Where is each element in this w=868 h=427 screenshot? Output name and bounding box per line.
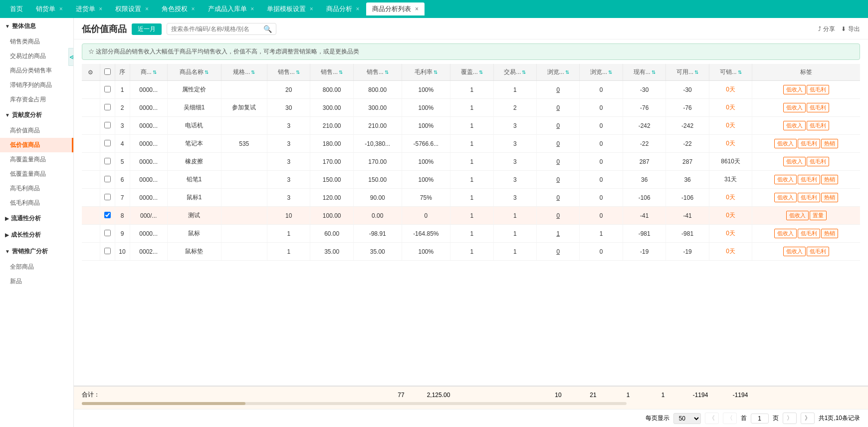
close-analysis-icon[interactable]: × <box>356 5 359 12</box>
sidebar-item-sales-goods[interactable]: 销售类商品 <box>0 34 73 49</box>
row-checkbox-cell[interactable] <box>100 243 115 261</box>
export-button[interactable]: ⬇ 导出 <box>841 25 860 33</box>
row-checkbox-cell[interactable] <box>100 189 115 207</box>
row-view1[interactable]: 0 <box>537 189 580 207</box>
view1-link[interactable]: 0 <box>556 248 560 255</box>
table-container[interactable]: ⚙ 序 商...⇅ 商品名称⇅ 规格...⇅ 销售...⇅ 销售...⇅ 销售.… <box>74 64 868 386</box>
close-sales-icon[interactable]: × <box>59 5 63 12</box>
row-checkbox[interactable] <box>104 248 111 254</box>
row-checkbox[interactable] <box>104 140 111 146</box>
row-checkbox-cell[interactable] <box>100 171 115 189</box>
view1-link[interactable]: 0 <box>556 140 560 147</box>
row-checkbox[interactable] <box>104 158 111 164</box>
col-code[interactable]: 商...⇅ <box>130 64 167 81</box>
row-checkbox-cell[interactable] <box>100 153 115 171</box>
sidebar-item-low-margin[interactable]: 低毛利商品 <box>0 196 73 210</box>
col-sales-price[interactable]: 销售...⇅ <box>310 64 353 81</box>
view1-link[interactable]: 0 <box>556 158 560 165</box>
sidebar-item-unsold[interactable]: 滞销序列的商品 <box>0 78 73 92</box>
close-role-icon[interactable]: × <box>192 5 195 12</box>
col-coverage[interactable]: 覆盖...⇅ <box>450 64 493 81</box>
sidebar-group-marketing[interactable]: ▼ 营销推广分析 <box>0 243 73 260</box>
filter-button[interactable]: 近一月 <box>132 23 162 35</box>
col-trade[interactable]: 交易...⇅ <box>493 64 536 81</box>
col-view2[interactable]: 浏览...⇅ <box>580 64 623 81</box>
view1-link[interactable]: 0 <box>556 86 560 93</box>
sidebar-item-category-rate[interactable]: 商品分类销售率 <box>0 63 73 78</box>
nav-product-storage[interactable]: 产成品入库单 × <box>202 2 260 15</box>
sidebar-group-overall[interactable]: ▼ 整体信息 <box>0 18 73 34</box>
sidebar-group-contribution[interactable]: ▼ 贡献度分析 <box>0 107 73 123</box>
row-view1[interactable]: 0 <box>537 243 580 261</box>
sidebar-group-growth[interactable]: ▶ 成长性分析 <box>0 227 73 243</box>
row-checkbox[interactable] <box>104 176 111 182</box>
sidebar-collapse-btn[interactable]: ≪ <box>68 48 74 66</box>
view1-link[interactable]: 0 <box>556 176 560 183</box>
page-input[interactable] <box>751 414 769 424</box>
row-checkbox-cell[interactable] <box>100 207 115 225</box>
nav-analysis-list[interactable]: 商品分析列表 × <box>366 2 425 15</box>
row-view1[interactable]: 0 <box>537 207 580 225</box>
row-checkbox[interactable] <box>104 86 111 92</box>
search-input[interactable] <box>171 25 263 32</box>
row-view1[interactable]: 0 <box>537 135 580 153</box>
row-view1[interactable]: 0 <box>537 99 580 117</box>
col-gear[interactable]: ⚙ <box>82 64 100 81</box>
nav-analysis[interactable]: 商品分析 × <box>320 2 366 15</box>
col-sales-profit[interactable]: 销售...⇅ <box>353 64 402 81</box>
col-checkbox[interactable] <box>100 64 115 81</box>
row-checkbox-cell[interactable] <box>100 99 115 117</box>
prev-page-btn[interactable]: 〈 <box>723 413 737 424</box>
row-checkbox-cell[interactable] <box>100 117 115 135</box>
view1-link[interactable]: 0 <box>556 104 560 111</box>
row-view1[interactable]: 1 <box>537 225 580 243</box>
share-button[interactable]: ⤴ 分享 <box>818 25 835 33</box>
nav-role[interactable]: 角色授权 × <box>156 2 201 15</box>
per-page-select[interactable]: 50 100 200 <box>673 413 701 424</box>
close-purchase-icon[interactable]: × <box>99 5 102 12</box>
view1-link[interactable]: 0 <box>556 122 560 129</box>
nav-template[interactable]: 单据模板设置 × <box>261 2 319 15</box>
select-all-checkbox[interactable] <box>104 68 111 75</box>
sidebar-item-traded[interactable]: 交易过的商品 <box>0 49 73 63</box>
nav-permission[interactable]: 权限设置 × <box>109 2 155 15</box>
row-checkbox[interactable] <box>104 230 111 236</box>
last-page-btn[interactable]: 》 <box>801 413 815 424</box>
row-view1[interactable]: 0 <box>537 171 580 189</box>
row-checkbox-cell[interactable] <box>100 81 115 99</box>
gear-icon[interactable]: ⚙ <box>88 69 93 76</box>
col-available[interactable]: 可用...⇅ <box>666 64 709 81</box>
sidebar-item-all-goods[interactable]: 全部商品 <box>0 260 73 274</box>
view1-link[interactable]: 0 <box>556 212 560 219</box>
sidebar-item-high-value[interactable]: 高价值商品 <box>0 123 73 138</box>
sidebar-item-new-goods[interactable]: 新品 <box>0 274 73 289</box>
close-template-icon[interactable]: × <box>310 5 313 12</box>
view1-link[interactable]: 0 <box>556 194 560 201</box>
next-page-btn[interactable]: 〉 <box>783 413 797 424</box>
col-margin[interactable]: 毛利率⇅ <box>402 64 450 81</box>
nav-sales[interactable]: 销货单 × <box>30 2 69 15</box>
sidebar-item-low-value[interactable]: 低价值商品 <box>0 138 73 152</box>
close-analysis-list-icon[interactable]: × <box>415 5 419 12</box>
nav-purchase[interactable]: 进货单 × <box>70 2 109 15</box>
col-view1[interactable]: 浏览...⇅ <box>537 64 580 81</box>
row-checkbox[interactable] <box>104 104 111 110</box>
row-view1[interactable]: 0 <box>537 81 580 99</box>
sidebar-item-high-margin[interactable]: 高毛利商品 <box>0 181 73 196</box>
col-saleable[interactable]: 可销...⇅ <box>709 64 752 81</box>
col-spec[interactable]: 规格...⇅ <box>221 64 267 81</box>
row-view1[interactable]: 0 <box>537 117 580 135</box>
row-checkbox-cell[interactable] <box>100 135 115 153</box>
row-view1[interactable]: 0 <box>537 153 580 171</box>
row-checkbox[interactable] <box>104 194 111 200</box>
sidebar-item-stock-capital[interactable]: 库存资金占用 <box>0 92 73 107</box>
sidebar-item-high-coverage[interactable]: 高覆盖量商品 <box>0 152 73 167</box>
col-name[interactable]: 商品名称⇅ <box>167 64 221 81</box>
col-current[interactable]: 现有...⇅ <box>623 64 665 81</box>
nav-home[interactable]: 首页 <box>4 2 29 15</box>
sidebar-item-low-coverage[interactable]: 低覆盖量商品 <box>0 167 73 181</box>
sidebar-group-circulation[interactable]: ▶ 流通性分析 <box>0 210 73 227</box>
search-icon[interactable]: 🔍 <box>263 25 272 33</box>
row-checkbox[interactable] <box>104 212 111 218</box>
first-page-btn[interactable]: 《 <box>705 413 719 424</box>
